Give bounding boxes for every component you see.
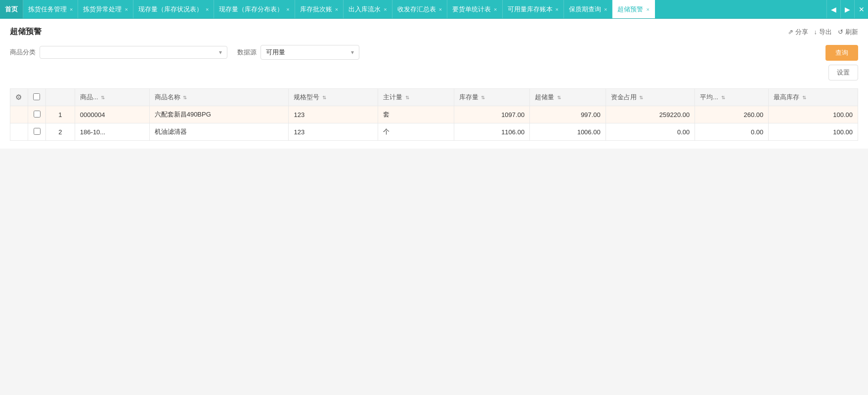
datasource-select[interactable]: 可用量 ▾ [260, 45, 359, 60]
chevron-down-icon: ▾ [219, 49, 222, 56]
nav-close-arrow[interactable]: ✕ [854, 0, 868, 19]
close-icon[interactable]: × [646, 6, 649, 12]
nav-bar: 首页 拣货任务管理 × 拣货异常处理 × 现存量（库存状况表） × 现存量（库存… [0, 0, 868, 19]
close-icon[interactable]: × [125, 6, 128, 12]
th-spec[interactable]: 规格型号 ⇅ [289, 89, 378, 106]
close-icon[interactable]: × [494, 6, 497, 12]
td-product-code: 0000004 [75, 106, 149, 123]
td-product-name: 机油滤清器 [149, 123, 289, 141]
td-capital: 259220.00 [606, 106, 695, 123]
settings-button[interactable]: 设置 [828, 65, 858, 80]
td-product-name: 六配套新昌490BPG [149, 106, 289, 123]
refresh-icon: ↺ [838, 28, 843, 36]
td-product-code: 186-10... [75, 123, 149, 141]
nav-tab-jianhuo-yichang[interactable]: 拣货异常处理 × [78, 0, 133, 19]
nav-tab-churku[interactable]: 出入库流水 × [344, 0, 392, 19]
nav-tab-chaochuyujing[interactable]: 超储预警 × [612, 0, 654, 19]
page-header: 超储预警 ⇗ 分享 ↓ 导出 ↺ 刷新 [10, 27, 858, 37]
td-settings [10, 106, 28, 123]
td-settings [10, 123, 28, 141]
share-button[interactable]: ⇗ 分享 [788, 28, 808, 37]
sort-icon: ⇅ [405, 95, 409, 100]
td-spec: 123 [289, 106, 378, 123]
category-select[interactable]: ▾ [40, 46, 227, 59]
export-icon: ↓ [814, 28, 818, 36]
category-filter-group: 商品分类 ▾ [10, 46, 227, 59]
sort-icon: ⇅ [101, 95, 105, 100]
th-max-stock[interactable]: 最高库存 ⇅ [769, 89, 858, 106]
close-icon[interactable]: × [206, 6, 209, 12]
sort-icon: ⇅ [183, 95, 187, 100]
row-checkbox[interactable] [34, 111, 41, 118]
nav-tab-yaohuo[interactable]: 要货单统计表 × [447, 0, 502, 19]
nav-tab-xiancunliang1[interactable]: 现存量（库存状况表） × [133, 0, 214, 19]
nav-arrows: ◀ ▶ ✕ [826, 0, 868, 19]
sort-icon: ⇅ [557, 95, 561, 100]
td-avg: 260.00 [695, 106, 769, 123]
th-unit[interactable]: 主计量 ⇅ [378, 89, 454, 106]
td-avg: 0.00 [695, 123, 769, 141]
data-table: ⚙ 商品... ⇅ 商品名称 ⇅ 规格型号 ⇅ [10, 88, 858, 141]
close-icon[interactable]: × [70, 6, 73, 12]
category-label: 商品分类 [10, 48, 36, 57]
th-num [46, 89, 75, 106]
nav-tab-xiancunliang2[interactable]: 现存量（库存分布表） × [214, 0, 295, 19]
table-header: ⚙ 商品... ⇅ 商品名称 ⇅ 规格型号 ⇅ [10, 89, 858, 106]
td-stock: 1106.00 [454, 123, 530, 141]
th-settings[interactable]: ⚙ [10, 89, 28, 106]
row-checkbox[interactable] [34, 128, 41, 135]
export-button[interactable]: ↓ 导出 [814, 28, 832, 37]
td-max-stock: 100.00 [769, 123, 858, 141]
th-checkbox[interactable] [28, 89, 46, 106]
page-title: 超储预警 [10, 27, 42, 37]
close-icon[interactable]: × [604, 6, 607, 12]
table-row: 2 186-10... 机油滤清器 123 个 1106.00 1006.00 … [10, 123, 858, 141]
header-actions: ⇗ 分享 ↓ 导出 ↺ 刷新 [788, 28, 859, 37]
th-avg[interactable]: 平均... ⇅ [695, 89, 769, 106]
share-icon: ⇗ [788, 28, 793, 36]
th-overflow[interactable]: 超储量 ⇅ [530, 89, 606, 106]
right-buttons: 查询 设置 [825, 45, 858, 80]
close-icon[interactable]: × [335, 6, 338, 12]
nav-prev-arrow[interactable]: ◀ [826, 0, 840, 19]
table-row: 1 0000004 六配套新昌490BPG 123 套 1097.00 997.… [10, 106, 858, 123]
chevron-down-icon: ▾ [351, 49, 354, 56]
td-row-num: 1 [46, 106, 75, 123]
nav-tab-jianhuo[interactable]: 拣货任务管理 × [23, 0, 78, 19]
td-overflow: 1006.00 [530, 123, 606, 141]
td-stock: 1097.00 [454, 106, 530, 123]
close-icon[interactable]: × [556, 6, 559, 12]
th-product-name[interactable]: 商品名称 ⇅ [149, 89, 289, 106]
th-stock[interactable]: 库存量 ⇅ [454, 89, 530, 106]
th-capital[interactable]: 资金占用 ⇅ [606, 89, 695, 106]
td-checkbox[interactable] [28, 123, 46, 141]
datasource-label: 数据源 [237, 48, 257, 57]
td-capital: 0.00 [606, 123, 695, 141]
sort-icon: ⇅ [639, 95, 643, 100]
td-checkbox[interactable] [28, 106, 46, 123]
page-content: 超储预警 ⇗ 分享 ↓ 导出 ↺ 刷新 商品分类 ▾ [0, 19, 868, 149]
nav-tab-keyongliang[interactable]: 可用量库存账本 × [503, 0, 564, 19]
refresh-button[interactable]: ↺ 刷新 [838, 28, 858, 37]
close-icon[interactable]: × [384, 6, 387, 12]
td-row-num: 2 [46, 123, 75, 141]
select-all-checkbox[interactable] [33, 93, 40, 100]
close-icon[interactable]: × [439, 6, 442, 12]
sort-icon: ⇅ [721, 95, 725, 100]
table-body: 1 0000004 六配套新昌490BPG 123 套 1097.00 997.… [10, 106, 858, 141]
td-spec: 123 [289, 123, 378, 141]
th-product-code[interactable]: 商品... ⇅ [75, 89, 149, 106]
nav-home[interactable]: 首页 [0, 0, 23, 19]
filter-row: 商品分类 ▾ 数据源 可用量 ▾ [10, 45, 818, 60]
nav-next-arrow[interactable]: ▶ [840, 0, 854, 19]
nav-tab-shoufacun[interactable]: 收发存汇总表 × [392, 0, 447, 19]
nav-tab-kucun-pizhang[interactable]: 库存批次账 × [295, 0, 344, 19]
nav-tab-baozhi[interactable]: 保质期查询 × [564, 0, 612, 19]
datasource-value: 可用量 [266, 48, 285, 57]
close-icon[interactable]: × [286, 6, 289, 12]
sort-icon: ⇅ [802, 95, 806, 100]
td-unit: 个 [378, 123, 454, 141]
datasource-filter-group: 数据源 可用量 ▾ [237, 45, 359, 60]
query-button[interactable]: 查询 [825, 45, 858, 61]
gear-icon[interactable]: ⚙ [15, 93, 22, 101]
